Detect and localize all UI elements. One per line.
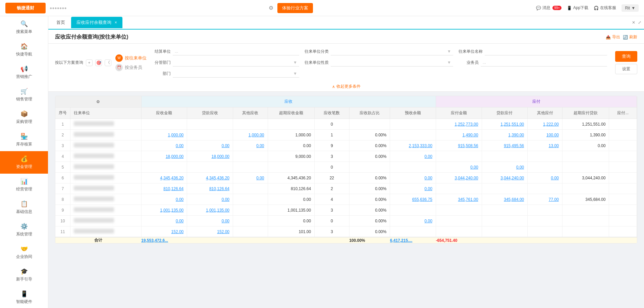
home-icon: 🏠 [20, 43, 28, 50]
table-row: 11152.00152.00101.0030.00% [55, 226, 637, 237]
footer-ap-amount: -654,751.40 [436, 237, 482, 243]
branch-dept-label: 部门 [151, 71, 171, 77]
sidebar-item-search-menu[interactable]: 🔍 搜索菜单 [0, 16, 48, 39]
system-icon: ⚙️ [20, 223, 28, 230]
query-button[interactable]: 查询 [615, 51, 637, 62]
sidebar-item-system[interactable]: ⚙️ 系统管理 [0, 219, 48, 241]
filter-target-icon[interactable]: 🎯 [95, 59, 102, 66]
user-profile[interactable]: Rit ▼ [622, 4, 639, 12]
col-header-ap-more: 应付... [609, 107, 637, 119]
scheme-by-salesperson[interactable]: ⏰ 按业务员 [115, 64, 147, 71]
partner-name-cell [70, 216, 142, 226]
col-header-ap-amount: 应付金额 [436, 107, 482, 119]
col-header-ar-overdue: 超期应收金额 [268, 107, 315, 119]
message-badge: 99+ [552, 6, 561, 10]
marketing-icon: 📢 [20, 65, 28, 73]
breadcrumb: ●●●●●●● [50, 6, 265, 10]
tab-close-icon[interactable]: × [115, 20, 117, 25]
sidebar-item-quick-nav[interactable]: 🏠 快捷导航 [0, 39, 48, 61]
scheme-salesperson-icon: ⏰ [115, 64, 123, 71]
sidebar-item-smart-hw[interactable]: 📱 智能硬件 [0, 286, 48, 308]
user-name: Rit [625, 6, 630, 10]
salesperson-input[interactable]: ... [481, 59, 607, 67]
scheme-items: W 按往来单位 ⏰ 按业务员 [115, 54, 147, 71]
service-icon: 🎧 [594, 6, 599, 10]
partner-nature-select[interactable]: ▼ [331, 59, 453, 67]
page-title-row: 应收应付余额查询(按往来单位) 📤 导出 🔄 刷新 [55, 34, 637, 43]
table-row: 80.000.000.0040.00%655,636.75345,761.003… [55, 194, 637, 205]
filter-by-label: 按以下方案查询 [55, 60, 83, 65]
footer-ar-amount: 19,553,472.6... [141, 237, 187, 243]
export-icon: 📤 [606, 35, 611, 40]
scheme-partner-icon: W [115, 54, 123, 62]
partner-name-cell [70, 119, 142, 130]
branch-dept-select[interactable]: ▼ [173, 70, 299, 78]
partner-name-cell [70, 140, 142, 151]
partner-name-cell [70, 183, 142, 194]
settings-button[interactable]: 设置 [615, 64, 637, 74]
filter-settlement-unit: 结算单位 ... [151, 48, 299, 55]
app-download-button[interactable]: 📱 App下载 [567, 5, 588, 11]
col-group-base: ⚙ [55, 96, 141, 107]
table-row: 30.000.000.000.0090.00%2,153,333.00915,5… [55, 140, 637, 151]
app-layout: 🔍 搜索菜单 🏠 快捷导航 📢 营销推广 🛒 销售管理 📦 采购管理 🏪 库存核… [0, 16, 644, 308]
refresh-icon: 🔄 [623, 35, 628, 40]
settlement-unit-label: 结算单位 [151, 49, 171, 54]
settlement-unit-input[interactable]: ... [173, 48, 299, 55]
export-button[interactable]: 📤 导出 [606, 34, 620, 40]
partner-category-select[interactable]: ▼ [331, 48, 453, 55]
scheme-by-partner[interactable]: W 按往来单位 [115, 54, 147, 62]
chevron-down-icon: ▼ [631, 6, 635, 10]
partner-name-cell [70, 173, 142, 183]
operation-icon: 📊 [20, 178, 28, 185]
messages-button[interactable]: 💬 消息 99+ [536, 5, 561, 11]
query-buttons: 查询 设置 [615, 51, 637, 74]
sidebar-item-enterprise[interactable]: 🤝 企业协同 [0, 241, 48, 264]
page-title: 应收应付余额查询(按往来单位) [55, 34, 128, 41]
partner-name-input[interactable] [485, 48, 607, 55]
table-row: 64,345,436.204,345,436.200.004,345,436.2… [55, 173, 637, 183]
col-header-ar-ratio: 应收款占比 [349, 107, 390, 119]
online-service-button[interactable]: 🎧 在线客服 [594, 5, 616, 11]
gear-settings-icon[interactable]: ⚙ [269, 5, 273, 11]
filter-fields: 结算单位 ... 往来单位分类 ▼ 往来单位名称 [151, 48, 607, 78]
collapse-more-button[interactable]: ∧ 收起更多条件 [55, 82, 637, 91]
refresh-button[interactable]: 🔄 刷新 [623, 34, 637, 40]
filter-collapse-icon[interactable]: 《 [105, 59, 111, 66]
table-wrapper: ⚙ 应收 应付 序号 往来单位 应收金额 贷款应收 其他应收 [55, 96, 637, 244]
col-group-ap: 应付 [436, 96, 637, 107]
sidebar-item-finance[interactable]: 💰 资金管理 [0, 151, 48, 174]
sidebar-item-guide[interactable]: 🎓 新手引导 [0, 264, 48, 286]
col-header-ap-loan: 贷款应付 [482, 107, 528, 119]
filter-partner-category: 往来单位分类 ▼ [305, 48, 453, 55]
sidebar-item-marketing[interactable]: 📢 营销推广 [0, 61, 48, 84]
sidebar-item-operation[interactable]: 📊 经营管理 [0, 174, 48, 196]
col-group-ar: 应收 [141, 96, 436, 107]
col-header-ar-prepay: 预收余额 [390, 107, 436, 119]
tab-window-buttons: ✕ ⤢ [632, 20, 641, 25]
app-logo: 畅捷通财 [5, 3, 46, 13]
sidebar-item-purchase[interactable]: 📦 采购管理 [0, 106, 48, 129]
tab-ar-ap-query[interactable]: 应收应付余额查询 × [71, 17, 122, 28]
partner-name-cell [70, 130, 142, 140]
page-header: 应收应付余额查询(按往来单位) 📤 导出 🔄 刷新 [48, 30, 644, 44]
window-expand-icon[interactable]: ⤢ [638, 20, 641, 25]
window-close-icon[interactable]: ✕ [632, 20, 635, 25]
promo-button[interactable]: 体验行业方案 [277, 3, 313, 13]
chevron-up-icon: ∧ [332, 84, 335, 89]
col-header-ar-amount: 应收金额 [141, 107, 187, 119]
add-filter-button[interactable]: + [86, 59, 93, 66]
page-actions: 📤 导出 🔄 刷新 [606, 34, 637, 40]
col-header-ap-overdue: 超期应付贷款 [562, 107, 609, 119]
tab-home[interactable]: 首页 [51, 17, 70, 28]
main-content: 首页 应收应付余额查询 × ✕ ⤢ 应收应付余额查询(按往来单位) 📤 [48, 16, 644, 308]
table-area: ⚙ 应收 应付 序号 往来单位 应收金额 贷款应收 其他应收 [48, 92, 644, 248]
table-settings-icon[interactable]: ⚙ [96, 99, 100, 104]
filter-salesperson: 业务员 ... [459, 59, 607, 67]
sidebar-item-inventory[interactable]: 🏪 库存核算 [0, 129, 48, 151]
sidebar-item-basic-info[interactable]: 📋 基础信息 [0, 196, 48, 219]
table-footer-row: 合计 19,553,472.6... 100.00% 6,417,215....… [55, 237, 637, 243]
sidebar-item-sales[interactable]: 🛒 销售管理 [0, 84, 48, 106]
basic-info-icon: 📋 [20, 200, 28, 208]
dept-select[interactable]: ▼ [173, 59, 299, 67]
